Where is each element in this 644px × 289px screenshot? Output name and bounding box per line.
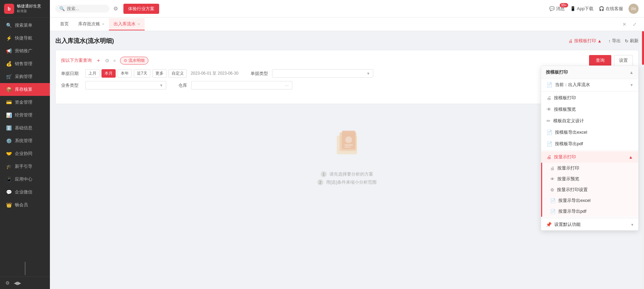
export-button[interactable]: ↑ 导出 [609,38,621,44]
sidebar-item-inventory[interactable]: 📦 库存核算 [0,83,50,96]
doc-type-select[interactable]: ▾ [272,69,373,78]
sidebar-item-system[interactable]: ⚙️ 系统管理 [0,134,50,147]
sidebar-item-enterprise[interactable]: 🤝 企业协同 [0,147,50,160]
app-download-button[interactable]: 📱 App下载 [570,6,593,12]
query-settings-group: 查询 设置 [589,55,633,66]
dropdown-template-custom-item[interactable]: ✏ 模板自定义设计 [541,115,638,127]
gear-icon[interactable]: ⚙ [113,5,118,12]
tab-batch-account[interactable]: 库存批次账 × [74,18,109,30]
date-last-month-btn[interactable]: 上月 [85,69,99,78]
dropdown-template-print-item[interactable]: 🖨 按模板打印 [541,92,638,104]
refresh-button[interactable]: ↻ 刷新 [625,38,639,44]
date-this-year-btn[interactable]: 本年 [118,69,132,78]
sidebar-item-finance[interactable]: 💳 资金管理 [0,96,50,109]
date-label: 单据日期 [61,71,81,77]
dropdown-display-print-item[interactable]: 🖨 按显示打印 [542,163,638,174]
sidebar-item-label: 基础信息 [15,125,32,131]
sidebar-item-guide[interactable]: 🎓 新手引导 [0,160,50,173]
item-label: 按显示打印 [557,165,579,171]
sidebar-item-basic-info[interactable]: ℹ️ 基础信息 [0,122,50,134]
page-header: 出入库流水(流水明细) 🖨 按模板打印 ▲ ↑ 导出 ↻ 刷新 [55,36,639,45]
sidebar-item-operations[interactable]: 📊 经营管理 [0,109,50,122]
dropdown-set-default-item[interactable]: 📌 设置默认功能 [546,221,581,228]
purchase-icon: 🛒 [5,74,12,79]
date-this-month-btn[interactable]: 本月 [101,69,116,78]
chevron-down-icon: ▾ [160,83,163,88]
logo-icon: b [4,4,14,14]
svg-rect-5 [345,147,351,148]
maximize-window-button[interactable]: ⤢ [631,20,639,28]
dropdown-header: 按模板打印 ▲ [541,66,638,79]
template-print-button[interactable]: 🖨 按模板打印 ▲ [566,36,605,45]
user-avatar[interactable]: Rit [628,4,639,14]
scrollbar[interactable] [642,31,644,289]
dropdown-current-item[interactable]: 📄 当前：出入库流水 ▾ [541,79,638,90]
dropdown-template-export-excel-item[interactable]: 📄 按模板导出excel [541,127,638,138]
dropdown-display-preview-item[interactable]: 👁 按显示预览 [542,174,638,184]
sidebar-item-label: 畅会员 [15,202,28,208]
tab-in-out-flow[interactable]: 出入库流水 × [109,18,144,30]
tab-bar: 首页 库存批次账 × 出入库流水 × ✕ ⤢ [50,18,644,31]
sales-icon: 💰 [5,61,12,67]
flow-detail-filter-tag[interactable]: ⊙ 流水明细 [120,57,148,64]
date-range-display: 2023-06-01 至 2023-06-30 [191,71,238,76]
tag-label: 流水明细 [128,58,145,63]
search-input[interactable] [67,6,100,11]
dropdown-template-export-pdf-item[interactable]: 📄 按模板导出pdf [541,138,638,150]
trial-button[interactable]: 体验行业方案 [123,4,159,14]
item-label: 按显示预览 [557,176,579,182]
sidebar-item-vip[interactable]: 👑 畅会员 [0,199,50,211]
sidebar-item-search[interactable]: 🔍 搜索菜单 [0,19,50,32]
message-badge: 99+ [560,3,568,7]
header-search-box[interactable]: 🔍 [55,5,109,12]
sidebar-item-sales[interactable]: 💰 销售管理 [0,57,50,70]
dropdown-display-print-settings-item[interactable]: ⚙ 按显示打印设置 [542,184,638,195]
marketing-icon: 📢 [5,48,12,54]
sidebar-item-purchase[interactable]: 🛒 采购管理 [0,70,50,83]
dropdown-display-export-pdf-item[interactable]: 📄 按显示导出pdf [542,206,638,217]
settings-footer-button[interactable]: ⚙ [5,280,10,286]
sidebar-item-app-center[interactable]: 📱 应用中心 [0,173,50,186]
collapse-sidebar-button[interactable]: ◀▶ [14,280,21,286]
app-logo: b 畅捷通好生意 标准版 [0,0,50,18]
collapse-filter-icon[interactable]: « [113,58,116,63]
tab-home[interactable]: 首页 [55,18,74,30]
message-icon: 💬 [549,6,555,11]
business-type-select[interactable]: ▾ [85,81,166,89]
sidebar-item-label: 资金管理 [15,99,32,105]
sidebar-footer: ⚙ ◀▶ [0,277,50,289]
chevron-up-icon: ▲ [628,155,633,160]
filter-settings-icon[interactable]: ⊙ [105,58,109,63]
item-label: 按模板导出excel [555,129,587,135]
preview-icon: 👁 [550,177,555,182]
item-label: 按显示打印设置 [557,187,588,193]
dropdown-display-export-excel-item[interactable]: 📄 按显示导出excel [542,195,638,206]
date-custom-btn[interactable]: 自定义 [169,69,187,78]
online-service-button[interactable]: 🎧 在线客服 [599,6,623,12]
excel-icon: 📄 [547,130,552,135]
settings-button[interactable]: 设置 [614,55,633,66]
app-download-icon: 📱 [570,6,576,11]
sidebar-item-marketing[interactable]: 📢 营销推广 [0,45,50,57]
dropdown-template-preview-item[interactable]: 👁 按模板预览 [541,104,638,115]
add-filter-button[interactable]: ＋ [96,57,101,64]
sidebar-item-quick-nav[interactable]: ⚡ 快捷导航 [0,32,50,45]
header-actions: 💬 消息 99+ 📱 App下载 🎧 在线客服 Rit [549,4,639,14]
sidebar-item-wechat[interactable]: 💬 企业微信 [0,186,50,199]
tab-close-in-out-flow[interactable]: × [138,22,140,26]
quick-nav-icon: ⚡ [5,35,12,41]
chevron-down-icon: ▾ [367,71,370,76]
dropdown-collapse-icon[interactable]: ▲ [629,70,634,75]
close-window-button[interactable]: ✕ [620,20,628,28]
date-more-btn[interactable]: 更多 [152,69,167,78]
query-button[interactable]: 查询 [589,55,611,66]
date-filter-group: 上月 本月 本年 近7天 更多 自定义 [85,69,187,78]
warehouse-select[interactable]: ··· [191,81,292,89]
sidebar-item-label: 企业协同 [15,151,32,157]
sidebar-item-label: 企业微信 [15,189,32,195]
date-last-7-days-btn[interactable]: 近7天 [134,69,150,78]
dropdown-display-print-group[interactable]: 🖨 按显示打印 ▲ [541,151,638,163]
tab-close-batch-account[interactable]: × [102,22,104,26]
dropdown-footer-arrow[interactable]: ▾ [631,222,634,227]
message-button[interactable]: 💬 消息 99+ [549,6,565,12]
